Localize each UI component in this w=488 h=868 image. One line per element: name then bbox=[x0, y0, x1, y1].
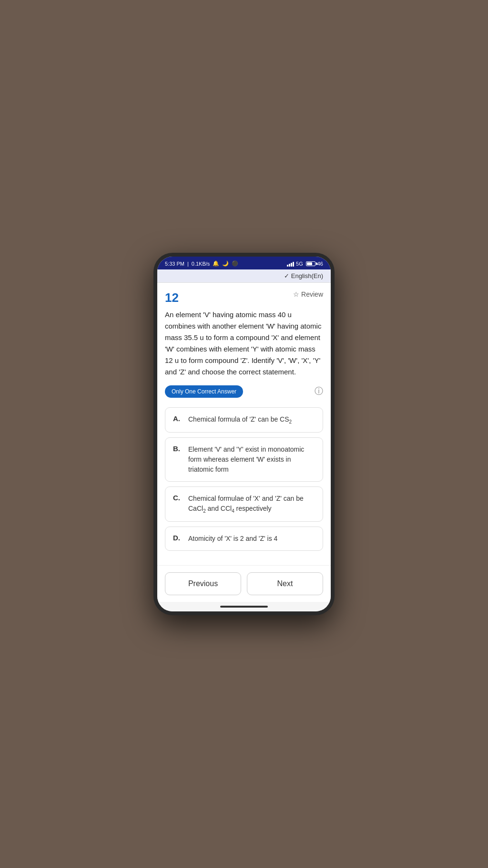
battery-fill bbox=[307, 262, 313, 265]
badge-row: Only One Correct Answer ⓘ bbox=[165, 385, 323, 400]
circle-icon: ⚫ bbox=[232, 260, 238, 267]
battery-icon bbox=[306, 261, 315, 266]
alarm-icon: 🔔 bbox=[213, 260, 219, 267]
separator: | bbox=[187, 261, 189, 267]
option-d-text: Atomicity of 'X' is 2 and 'Z' is 4 bbox=[188, 534, 277, 544]
network-type: 5G bbox=[296, 261, 303, 267]
option-b-text: Element 'V' and 'Y' exist in monoatomic … bbox=[188, 444, 315, 475]
data-speed: 0.1KB/s bbox=[192, 261, 210, 267]
signal-bars bbox=[287, 261, 294, 267]
option-a-text: Chemical formula of 'Z' can be CS2 bbox=[188, 414, 292, 425]
time-display: 5:33 PM bbox=[165, 261, 184, 267]
signal-bar-2 bbox=[289, 264, 290, 267]
status-left: 5:33 PM | 0.1KB/s 🔔 🌙 ⚫ bbox=[165, 260, 238, 267]
option-d-label: D. bbox=[173, 534, 183, 542]
answer-type-badge: Only One Correct Answer bbox=[165, 385, 243, 398]
language-selector[interactable]: ✓ English(En) bbox=[284, 272, 323, 279]
language-bar[interactable]: ✓ English(En) bbox=[157, 269, 331, 283]
option-c-text: Chemical formulae of 'X' and 'Z' can be … bbox=[188, 494, 315, 515]
question-header: 12 ☆ Review bbox=[165, 290, 323, 305]
info-icon[interactable]: ⓘ bbox=[315, 385, 323, 397]
language-label: English(En) bbox=[291, 272, 323, 279]
question-text: An element 'V' having atomic mass 40 u c… bbox=[165, 309, 323, 378]
next-button[interactable]: Next bbox=[247, 572, 323, 595]
navigation-buttons: Previous Next bbox=[157, 565, 331, 602]
option-c-label: C. bbox=[173, 494, 183, 502]
signal-bar-4 bbox=[293, 262, 294, 267]
option-d[interactable]: D. Atomicity of 'X' is 2 and 'Z' is 4 bbox=[165, 527, 323, 551]
sleep-icon: 🌙 bbox=[222, 260, 229, 267]
battery-level: 46 bbox=[317, 261, 323, 267]
option-a[interactable]: A. Chemical formula of 'Z' can be CS2 bbox=[165, 407, 323, 433]
question-number: 12 bbox=[165, 290, 179, 305]
home-indicator bbox=[157, 602, 331, 611]
signal-bar-3 bbox=[291, 263, 292, 267]
status-right: 5G 46 bbox=[287, 261, 323, 267]
review-button[interactable]: ☆ Review bbox=[293, 290, 323, 298]
signal-bar-1 bbox=[287, 265, 288, 267]
status-bar: 5:33 PM | 0.1KB/s 🔔 🌙 ⚫ 5G 46 bbox=[157, 257, 331, 269]
previous-button[interactable]: Previous bbox=[165, 572, 241, 595]
option-b[interactable]: B. Element 'V' and 'Y' exist in monoatom… bbox=[165, 437, 323, 482]
phone-frame: 5:33 PM | 0.1KB/s 🔔 🌙 ⚫ 5G 46 bbox=[153, 253, 335, 615]
option-b-label: B. bbox=[173, 444, 183, 453]
option-c[interactable]: C. Chemical formulae of 'X' and 'Z' can … bbox=[165, 486, 323, 522]
home-bar bbox=[220, 606, 268, 608]
options-container: A. Chemical formula of 'Z' can be CS2 B.… bbox=[165, 407, 323, 551]
review-label: Review bbox=[301, 290, 323, 298]
option-a-label: A. bbox=[173, 414, 183, 423]
checkmark-icon: ✓ bbox=[284, 272, 289, 279]
content-area: 12 ☆ Review An element 'V' having atomic… bbox=[157, 283, 331, 565]
star-icon: ☆ bbox=[293, 290, 299, 298]
phone-screen: 5:33 PM | 0.1KB/s 🔔 🌙 ⚫ 5G 46 bbox=[157, 257, 331, 611]
